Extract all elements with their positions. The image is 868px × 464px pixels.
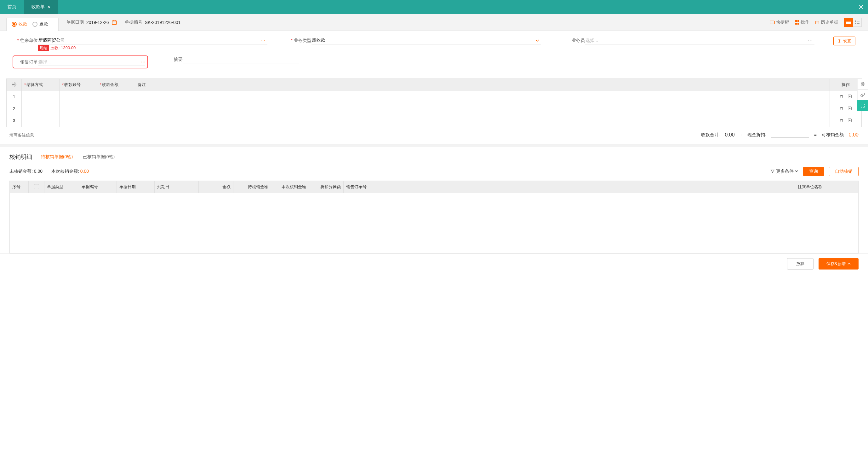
side-dock: [857, 79, 868, 111]
discount-label: 现金折扣:: [747, 132, 766, 138]
radio-refund-label: 退款: [39, 22, 48, 27]
payment-table-header: *结算方式 *收款账号 *收款金额 备注 操作: [7, 79, 861, 91]
tab-done-writeoff[interactable]: 已核销单据(0笔): [82, 153, 116, 161]
gear-column-header[interactable]: [7, 79, 22, 91]
gear-icon: [837, 39, 842, 43]
field-summary: 摘要: [167, 56, 299, 63]
totals-bar: 收款合计: 0.00 + 现金折扣: = 可核销金额 0.00: [9, 132, 859, 144]
salesman-input[interactable]: [585, 36, 814, 45]
sales-order-label: 销售订单: [16, 59, 38, 65]
table-row[interactable]: 3: [7, 115, 861, 127]
discount-input[interactable]: [771, 133, 809, 138]
col-amount-header: *收款金额: [97, 79, 135, 91]
view-toggle: [844, 18, 862, 27]
writeoff-table: 序号 单据类型 单据编号 单据日期 到期日 金额 待核销金额 本次核销金额 折扣…: [9, 181, 859, 254]
close-icon[interactable]: ✕: [47, 5, 51, 9]
tab-receipt[interactable]: 收款单 ✕: [24, 0, 58, 14]
row-index: 2: [7, 103, 22, 115]
table-row[interactable]: 2: [7, 103, 861, 115]
radio-icon: [32, 22, 37, 27]
discard-button[interactable]: 放弃: [787, 258, 813, 269]
view-detail-button[interactable]: [853, 18, 862, 27]
operate-button[interactable]: 操作: [795, 20, 809, 25]
biztype-input[interactable]: [311, 36, 541, 45]
summary-label: 摘要: [167, 57, 183, 62]
cash-settle-badge: 现结: [38, 45, 49, 51]
writeoff-empty-body: [10, 193, 858, 253]
more-icon[interactable]: ···: [808, 38, 813, 43]
more-icon[interactable]: ···: [260, 38, 266, 43]
keyboard-icon: [770, 20, 775, 25]
docno-value: SK-20191226-001: [145, 20, 181, 25]
svg-rect-4: [770, 21, 775, 24]
col-amount: 金额: [199, 181, 234, 193]
salesman-label: 业务员: [560, 38, 585, 44]
app-close-button[interactable]: [854, 0, 868, 14]
col-account-header: *收款账号: [60, 79, 97, 91]
funnel-icon: [770, 169, 775, 174]
col-docdate: 单据日期: [117, 181, 155, 193]
col-docno: 单据编号: [79, 181, 117, 193]
tab-receipt-label: 收款单: [31, 4, 45, 10]
more-filter-button[interactable]: 更多条件: [770, 169, 798, 174]
more-icon[interactable]: ···: [141, 60, 146, 65]
receivable-amount[interactable]: 应收: 1390.00: [51, 45, 75, 51]
svg-rect-35: [862, 82, 863, 83]
svg-point-23: [839, 40, 840, 41]
unit-label: 往来单位: [12, 38, 38, 44]
svg-rect-10: [795, 20, 797, 22]
radio-receive[interactable]: 收款: [12, 22, 27, 27]
shortcut-button[interactable]: 快捷键: [770, 20, 789, 25]
dock-link-icon[interactable]: [857, 89, 868, 100]
view-list-button[interactable]: [844, 18, 853, 27]
auto-writeoff-button[interactable]: 自动核销: [829, 167, 859, 176]
history-button[interactable]: 历史单据: [815, 20, 838, 25]
date-value: 2019-12-26: [86, 20, 109, 25]
row-index: 1: [7, 91, 22, 103]
svg-rect-12: [795, 23, 797, 25]
payment-table: *结算方式 *收款账号 *收款金额 备注 操作 1 2 3: [6, 79, 862, 127]
writable-label: 可核销金额: [822, 132, 844, 138]
unit-input[interactable]: [38, 36, 268, 45]
trash-icon[interactable]: [839, 106, 844, 111]
table-row[interactable]: 1: [7, 91, 861, 103]
col-pending-amount: 待核销金额: [234, 181, 271, 193]
settings-button[interactable]: 设置: [833, 36, 856, 46]
col-note-header: 备注: [135, 79, 830, 91]
checkbox-icon[interactable]: [34, 184, 39, 189]
col-method-header: *结算方式: [22, 79, 60, 91]
col-duedate: 到期日: [155, 181, 199, 193]
remark-input[interactable]: [9, 133, 104, 138]
query-button[interactable]: 查询: [803, 167, 824, 176]
svg-rect-13: [798, 23, 799, 25]
chevron-up-icon: [847, 263, 851, 265]
svg-point-6: [772, 22, 772, 22]
tab-pending-writeoff[interactable]: 待核销单据(0笔): [40, 153, 74, 161]
total-value: 0.00: [725, 132, 735, 138]
sales-order-input[interactable]: [38, 58, 145, 66]
field-unit: 往来单位 ···: [12, 36, 268, 45]
dock-expand-icon[interactable]: [857, 100, 868, 111]
radio-receive-label: 收款: [19, 22, 27, 27]
chevron-down-icon[interactable]: [535, 39, 539, 42]
plus-sign: +: [740, 133, 742, 138]
add-row-icon[interactable]: [847, 94, 852, 99]
dock-print-icon[interactable]: [857, 79, 868, 89]
unwritten-kv: 未核销金额: 0.00: [9, 169, 42, 174]
biztype-label: 业务类型: [286, 38, 311, 44]
trash-icon[interactable]: [839, 94, 844, 99]
col-action-header: 操作: [830, 79, 861, 91]
radio-refund[interactable]: 退款: [32, 22, 48, 27]
summary-input[interactable]: [183, 56, 299, 63]
chevron-down-icon: [795, 170, 798, 173]
calendar-icon[interactable]: [112, 20, 117, 25]
save-label: 保存&新增: [827, 261, 846, 267]
svg-rect-21: [855, 23, 856, 24]
add-row-icon[interactable]: [847, 106, 852, 111]
trash-icon[interactable]: [839, 118, 844, 123]
add-row-icon[interactable]: [847, 118, 852, 123]
svg-rect-14: [816, 21, 819, 24]
save-and-new-button[interactable]: 保存&新增: [818, 258, 859, 269]
tab-home[interactable]: 首页: [0, 0, 24, 14]
col-checkbox[interactable]: [29, 181, 44, 193]
